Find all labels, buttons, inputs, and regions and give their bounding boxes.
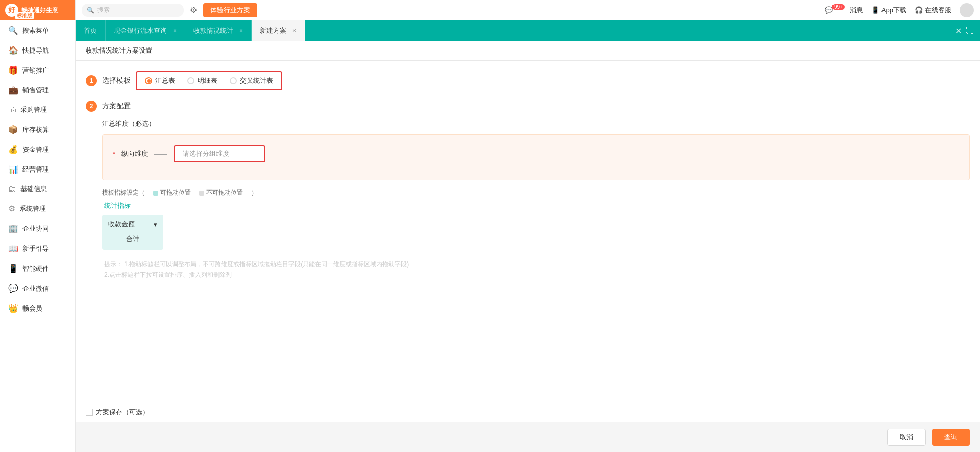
main-area: 🔍 搜索 ⚙ 体验行业方案 💬 99+ 消息 📱 App下载 🎧 在线客服 首页: [76, 0, 980, 452]
step1-badge: 1: [86, 75, 97, 86]
radio-detail[interactable]: 明细表: [187, 76, 217, 85]
sidebar-item-label: 经营管理: [22, 165, 49, 174]
sidebar-item-inventory[interactable]: 📦 库存核算: [0, 120, 75, 139]
settings-icon[interactable]: ⚙: [190, 5, 197, 15]
sidebar-item-enterprise[interactable]: 🏢 企业协同: [0, 219, 75, 239]
metrics-card-header[interactable]: 收款金额 ▾: [102, 218, 163, 231]
sidebar-item-label: 快捷导航: [22, 46, 49, 55]
marketing-icon: 🎁: [8, 65, 18, 75]
tab-new-plan[interactable]: 新建方案 ×: [252, 20, 305, 41]
radio-summary-circle: [145, 77, 152, 84]
notification-item[interactable]: 💬 99+ 消息: [825, 6, 863, 15]
tab-cash-flow-close[interactable]: ×: [173, 27, 177, 34]
window-expand-icon[interactable]: ⛶: [966, 26, 974, 35]
sidebar-item-hardware[interactable]: 📱 智能硬件: [0, 258, 75, 278]
page-body: 1 选择模板 汇总表 明细表 交叉统计表: [76, 61, 980, 402]
radio-cross[interactable]: 交叉统计表: [230, 76, 273, 85]
window-close-icon[interactable]: ✕: [955, 26, 962, 36]
sales-icon: 💼: [8, 85, 18, 95]
industry-plan-button[interactable]: 体验行业方案: [203, 3, 257, 17]
tab-home[interactable]: 首页: [76, 20, 106, 41]
step1-header: 1 选择模板 汇总表 明细表 交叉统计表: [86, 71, 970, 90]
cancel-button[interactable]: 取消: [887, 429, 926, 446]
search-menu-icon: 🔍: [8, 26, 18, 35]
purchase-icon: 🛍: [8, 105, 16, 114]
sidebar-item-basic-info[interactable]: 🗂 基础信息: [0, 179, 75, 199]
avatar[interactable]: [960, 3, 974, 17]
online-service-item[interactable]: 🎧 在线客服: [915, 6, 951, 15]
content-footer: 方案保存（可选）: [76, 402, 980, 422]
sidebar-item-search-menu[interactable]: 🔍 搜索菜单: [0, 20, 75, 40]
metrics-category-label: 统计指标: [102, 201, 970, 210]
guide-icon: 📖: [8, 244, 18, 253]
dimension-section-title: 汇总维度（必选）: [102, 119, 970, 128]
finance-icon: 💰: [8, 145, 18, 154]
quick-nav-icon: 🏠: [8, 45, 18, 55]
search-placeholder-text: 搜索: [97, 6, 110, 14]
tab-collection-stats[interactable]: 收款情况统计 ×: [185, 20, 252, 41]
metrics-label-row: 模板指标设定（ 可拖动位置 不可拖动位置 ）: [102, 188, 970, 197]
app-download-icon: 📱: [871, 6, 879, 14]
metrics-config-label: 模板指标设定（: [102, 188, 145, 197]
template-radio-group: 汇总表 明细表 交叉统计表: [136, 71, 282, 90]
arrow-icon: ——: [154, 150, 167, 158]
save-checkbox[interactable]: [86, 409, 93, 416]
member-icon: 👑: [8, 303, 18, 313]
required-mark: *: [113, 150, 115, 158]
sidebar-item-member[interactable]: 👑 畅会员: [0, 298, 75, 318]
save-checkbox-text: 方案保存（可选）: [96, 408, 149, 417]
tab-cash-flow[interactable]: 现金银行流水查询 ×: [106, 20, 185, 41]
step1-title: 选择模板: [102, 76, 131, 85]
draggable-indicator: 可拖动位置: [153, 188, 191, 197]
dimension-placeholder: 请选择分组维度: [183, 150, 229, 157]
query-button[interactable]: 查询: [932, 429, 970, 446]
breadcrumb: 收款情况统计方案设置: [76, 41, 980, 61]
non-draggable-label: 不可拖动位置: [206, 188, 243, 197]
operations-icon: 📊: [8, 164, 18, 174]
online-service-label: 在线客服: [925, 6, 951, 15]
radio-detail-circle: [187, 77, 194, 84]
sidebar-item-marketing[interactable]: 🎁 营销推广: [0, 60, 75, 80]
sidebar-item-guide[interactable]: 📖 新手引导: [0, 239, 75, 258]
sidebar: 好 畅捷通好生意 标准版 🔍 搜索菜单 🏠 快捷导航 🎁 营销推广 💼 销售管理…: [0, 0, 76, 452]
sidebar-item-label: 销售管理: [22, 86, 49, 95]
tab-new-plan-close[interactable]: ×: [292, 27, 296, 34]
save-checkbox-label[interactable]: 方案保存（可选）: [86, 408, 149, 417]
sidebar-item-sales[interactable]: 💼 销售管理: [0, 80, 75, 100]
step1-section: 1 选择模板 汇总表 明细表 交叉统计表: [86, 71, 970, 90]
sidebar-item-operations[interactable]: 📊 经营管理: [0, 159, 75, 179]
sidebar-item-purchase[interactable]: 🛍 采购管理: [0, 100, 75, 120]
non-draggable-indicator: 不可拖动位置: [199, 188, 243, 197]
search-bar[interactable]: 🔍 搜索: [82, 4, 184, 17]
sidebar-item-wechat[interactable]: 💬 企业微信: [0, 278, 75, 298]
dimension-select[interactable]: 请选择分组维度: [174, 145, 265, 162]
radio-summary[interactable]: 汇总表: [145, 76, 175, 85]
app-download-item[interactable]: 📱 App下载: [871, 6, 906, 15]
step2-header: 2 方案配置: [86, 101, 970, 112]
sidebar-item-label: 企业协同: [22, 224, 49, 233]
metrics-card-row-total: 合计: [102, 231, 163, 247]
sidebar-logo: 好 畅捷通好生意 标准版: [0, 0, 75, 20]
metrics-card-chevron[interactable]: ▾: [154, 221, 157, 228]
tab-collection-stats-close[interactable]: ×: [239, 27, 243, 34]
notification-label: 消息: [850, 6, 863, 15]
vertical-dimension-row: * 纵向维度 —— 请选择分组维度: [113, 145, 959, 162]
notification-badge: 99+: [832, 4, 845, 10]
sidebar-item-label: 搜索菜单: [22, 26, 49, 35]
wechat-icon: 💬: [8, 283, 18, 293]
sidebar-item-label: 智能硬件: [22, 264, 49, 273]
sidebar-item-quick-nav[interactable]: 🏠 快捷导航: [0, 40, 75, 60]
hint-1: 提示： 1.拖动标题栏可以调整布局，不可跨维度或指标区域拖动栏目字段(只能在同一…: [104, 260, 968, 269]
sidebar-item-system[interactable]: ⚙ 系统管理: [0, 199, 75, 219]
system-icon: ⚙: [8, 204, 15, 213]
tab-cash-flow-label: 现金银行流水查询: [114, 26, 167, 35]
bottom-action-bar: 取消 查询: [76, 422, 980, 452]
sidebar-item-finance[interactable]: 💰 资金管理: [0, 139, 75, 159]
sidebar-item-label: 新手引导: [22, 244, 49, 253]
sidebar-item-label: 库存核算: [22, 125, 49, 134]
metrics-section: 模板指标设定（ 可拖动位置 不可拖动位置 ）: [102, 188, 970, 250]
top-header-right: 💬 99+ 消息 📱 App下载 🎧 在线客服: [825, 3, 974, 17]
logo-badge: 标准版: [15, 12, 34, 19]
sidebar-item-label: 畅会员: [22, 304, 42, 313]
metrics-card-title: 收款金额: [108, 220, 135, 229]
